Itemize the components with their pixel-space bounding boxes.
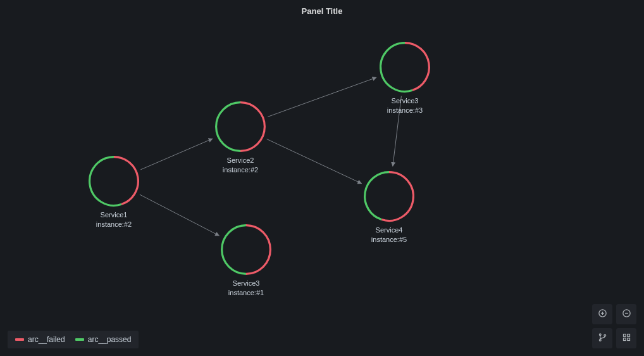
node-label: Service2instance:#2 (223, 156, 258, 175)
svg-point-5 (599, 334, 601, 336)
grid-layout-button[interactable] (616, 328, 636, 348)
graph-node[interactable] (90, 157, 139, 206)
node-subtitle: instance:#2 (223, 165, 258, 175)
node-subtitle: instance:#5 (371, 235, 407, 245)
plus-circle-icon (598, 308, 607, 320)
node-label: Service1instance:#2 (96, 210, 132, 229)
node-label: Service3instance:#3 (387, 96, 423, 115)
svg-rect-11 (627, 338, 629, 341)
legend-label-passed: arc__passed (88, 335, 132, 344)
node-graph-svg[interactable] (0, 0, 644, 356)
graph-node[interactable] (381, 43, 430, 92)
node-title: Service1 (96, 210, 132, 220)
node-label: Service3instance:#1 (228, 279, 264, 298)
edge[interactable] (140, 139, 213, 170)
svg-point-6 (599, 340, 601, 341)
graph-node[interactable] (222, 226, 271, 274)
zoom-out-button[interactable] (616, 304, 636, 324)
minus-circle-icon (622, 308, 631, 320)
graph-node[interactable] (365, 172, 414, 221)
svg-rect-8 (623, 334, 626, 337)
legend: arc__failed arc__passed (8, 331, 139, 348)
tree-layout-button[interactable] (592, 328, 612, 348)
svg-point-7 (604, 334, 605, 336)
node-graph[interactable]: Service1instance:#2Service2instance:#2Se… (0, 0, 644, 356)
node-subtitle: instance:#2 (96, 220, 132, 229)
legend-item-failed[interactable]: arc__failed (15, 335, 65, 344)
edge[interactable] (267, 139, 362, 184)
svg-rect-9 (627, 334, 629, 337)
grid-icon (622, 333, 631, 344)
graph-node[interactable] (216, 103, 265, 151)
legend-item-passed[interactable]: arc__passed (75, 335, 132, 344)
view-controls (592, 304, 636, 348)
legend-swatch-failed (15, 338, 24, 341)
panel: Panel Title Service1instance:#2Service2i… (0, 0, 644, 356)
node-subtitle: instance:#1 (228, 288, 264, 298)
edge[interactable] (268, 77, 376, 117)
node-title: Service2 (223, 156, 258, 165)
node-title: Service4 (371, 226, 407, 235)
git-branch-icon (598, 333, 607, 344)
node-subtitle: instance:#3 (387, 106, 423, 115)
edge[interactable] (140, 194, 219, 236)
legend-swatch-passed (75, 338, 84, 341)
legend-label-failed: arc__failed (28, 335, 65, 344)
zoom-in-button[interactable] (592, 304, 612, 324)
svg-rect-10 (623, 338, 626, 341)
node-title: Service3 (228, 279, 264, 288)
node-title: Service3 (387, 96, 423, 106)
node-label: Service4instance:#5 (371, 226, 407, 245)
